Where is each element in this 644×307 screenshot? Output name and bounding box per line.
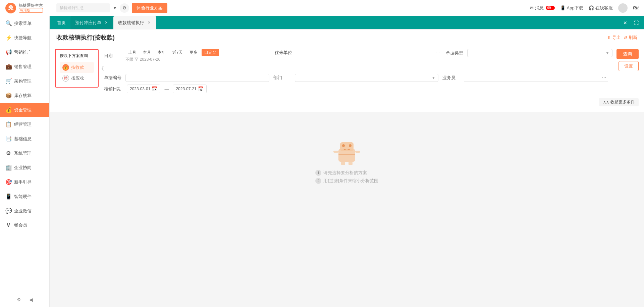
tab-prepay-close[interactable]: ✕ bbox=[103, 20, 109, 25]
sidebar-item-quick-nav[interactable]: ⚡ 快捷导航 bbox=[0, 31, 49, 45]
page-title: 收款核销执行(按收款) bbox=[56, 34, 115, 42]
basic-info-icon: 📑 bbox=[5, 136, 11, 142]
sidebar-item-funds[interactable]: 💰 资金管理 bbox=[0, 103, 49, 117]
counterparty-dots[interactable]: ··· bbox=[434, 49, 441, 55]
sidebar-item-hardware[interactable]: 📱 智能硬件 bbox=[0, 189, 49, 204]
tab-receipt-close[interactable]: ✕ bbox=[146, 20, 152, 25]
filter-cell-docno: 单据编号 bbox=[104, 74, 269, 82]
message-btn[interactable]: ✉ 消息 99+ bbox=[530, 5, 555, 11]
filter-collapse-arrow[interactable]: 《 bbox=[99, 65, 104, 72]
svg-rect-1 bbox=[340, 142, 354, 151]
operations-icon: 📋 bbox=[5, 121, 11, 127]
calendar-end-icon: 📅 bbox=[198, 86, 204, 92]
sidebar-bottom: ⚙ ◀ bbox=[0, 292, 49, 307]
calendar-start-icon: 📅 bbox=[152, 86, 157, 92]
purchase-icon: 🛒 bbox=[5, 78, 11, 84]
sidebar-item-system[interactable]: ⚙ 系统管理 bbox=[0, 146, 49, 160]
tab-bar-right: ✕ ⛶ bbox=[621, 19, 641, 27]
query-button[interactable]: 查询 bbox=[616, 49, 639, 59]
sidebar-item-marketing[interactable]: 📢 营销推广 bbox=[0, 45, 49, 59]
svg-rect-5 bbox=[355, 151, 360, 153]
filter-cell-doctype: 单据类型 ▼ bbox=[446, 49, 612, 57]
sidebar-item-sales[interactable]: 💼 销售管理 bbox=[0, 59, 49, 74]
tab-receipt[interactable]: 收款核销执行 ✕ bbox=[113, 16, 156, 30]
collapse-more-button[interactable]: ∧∧ 收起更多条件 bbox=[599, 98, 639, 106]
date-label: 日期 bbox=[104, 53, 123, 59]
counterparty-label: 往来单位 bbox=[275, 50, 293, 56]
inventory-icon: 📦 bbox=[5, 92, 11, 99]
tab-expand-btn[interactable]: ⛶ bbox=[631, 19, 641, 27]
writeoff-end-input[interactable]: 2023-07-21 📅 bbox=[173, 85, 206, 93]
tab-prepay[interactable]: 预付冲应付单 ✕ bbox=[70, 16, 113, 30]
app-name: 畅捷通好生意 bbox=[19, 3, 43, 8]
sidebar-item-member[interactable]: V 畅会员 bbox=[0, 218, 49, 232]
date-btn-custom[interactable]: 自定义 bbox=[202, 49, 219, 56]
writeoff-start-input[interactable]: 2023-03-01 📅 bbox=[127, 85, 160, 93]
docno-input[interactable] bbox=[125, 74, 269, 82]
filter-cell-salesperson: 业务员 ··· bbox=[442, 74, 608, 82]
sidebar-item-label: 智能硬件 bbox=[14, 194, 32, 200]
sidebar-settings-btn[interactable]: ⚙ bbox=[13, 295, 24, 304]
filter-actions: 查询 设置 bbox=[616, 49, 639, 71]
app-download-btn[interactable]: 📱 App下载 bbox=[560, 5, 583, 11]
industry-solution-button[interactable]: 体验行业方案 bbox=[132, 3, 167, 13]
member-icon: V bbox=[5, 222, 11, 228]
sidebar-item-enterprise[interactable]: 🏢 企业协同 bbox=[0, 160, 49, 175]
salesperson-label: 业务员 bbox=[442, 75, 461, 81]
tab-bar: 首页 预付冲应付单 ✕ 收款核销执行 ✕ ✕ ⛶ bbox=[50, 16, 644, 30]
svg-rect-4 bbox=[333, 151, 338, 153]
by-receivable-icon: ⏰ bbox=[62, 75, 69, 82]
top-header: 兔 畅捷通好生意 标准版 畅捷通好生意 ▼ ⚙ 体验行业方案 ✉ 消息 99+ … bbox=[0, 0, 644, 16]
online-service-label: 在线客服 bbox=[595, 5, 613, 11]
filter-settings-button[interactable]: 设置 bbox=[619, 61, 639, 71]
empty-step-1-text: 请先选择要分析的方案 bbox=[323, 170, 367, 176]
phone-icon: 📱 bbox=[560, 5, 566, 10]
export-button[interactable]: ⬆ 导出 bbox=[607, 35, 621, 41]
sidebar-item-label: 经营管理 bbox=[14, 121, 32, 127]
tab-close-all-btn[interactable]: ✕ bbox=[621, 19, 630, 27]
filter-cell-dept: 部门 ▼ bbox=[273, 74, 439, 82]
sidebar-collapse-btn[interactable]: ◀ bbox=[26, 295, 36, 304]
header-right: ✉ 消息 99+ 📱 App下载 🎧 在线客服 Rit bbox=[530, 3, 639, 13]
search-menu-icon: 🔍 bbox=[5, 20, 11, 27]
app-logo-icon: 兔 bbox=[5, 3, 16, 13]
online-service-btn[interactable]: 🎧 在线客服 bbox=[589, 5, 613, 11]
app-edition: 标准版 bbox=[19, 8, 43, 13]
funds-icon: 💰 bbox=[5, 107, 11, 113]
date-btn-7days[interactable]: 近7天 bbox=[170, 49, 185, 56]
date-btn-last-month[interactable]: 上月 bbox=[125, 49, 139, 56]
marketing-icon: 📢 bbox=[5, 49, 11, 55]
header-settings-btn[interactable]: ⚙ bbox=[120, 3, 129, 13]
sidebar-item-label: 系统管理 bbox=[14, 150, 32, 156]
salesperson-input[interactable] bbox=[464, 74, 600, 81]
sidebar-item-basic-info[interactable]: 📑 基础信息 bbox=[0, 132, 49, 146]
dept-label: 部门 bbox=[273, 75, 292, 81]
filter-by-receipt[interactable]: 💰 按收款 bbox=[60, 62, 94, 73]
counterparty-input[interactable] bbox=[296, 49, 434, 55]
date-btn-more[interactable]: 更多 bbox=[187, 49, 200, 56]
salesperson-dots[interactable]: ··· bbox=[601, 74, 608, 81]
page-header: 收款核销执行(按收款) ⬆ 导出 ↺ 刷新 bbox=[50, 30, 644, 45]
refresh-button[interactable]: ↺ 刷新 bbox=[624, 35, 637, 41]
sidebar-item-purchase[interactable]: 🛒 采购管理 bbox=[0, 74, 49, 88]
sidebar-item-label: 基础信息 bbox=[14, 136, 32, 142]
docno-label: 单据编号 bbox=[104, 75, 123, 81]
sidebar-item-label: 快捷导航 bbox=[14, 35, 32, 41]
date-btn-this-month[interactable]: 本月 bbox=[140, 49, 154, 56]
sidebar-item-wecom[interactable]: 💬 企业微信 bbox=[0, 204, 49, 218]
user-avatar[interactable] bbox=[618, 3, 628, 13]
by-receipt-label: 按收款 bbox=[71, 64, 84, 70]
tab-home[interactable]: 首页 bbox=[52, 16, 70, 30]
header-dropdown-btn[interactable]: ▼ bbox=[113, 5, 117, 10]
sidebar-item-guide[interactable]: 🎯 新手引导 bbox=[0, 175, 49, 189]
sidebar-item-inventory[interactable]: 📦 库存核算 bbox=[0, 88, 49, 103]
sidebar-item-search-menu[interactable]: 🔍 搜索菜单 bbox=[0, 16, 49, 31]
empty-steps: 1 请先选择要分析的方案 2 用[过滤]条件来缩小分析范围 bbox=[315, 170, 378, 184]
export-icon: ⬆ bbox=[607, 35, 611, 40]
sidebar-item-operations[interactable]: 📋 经营管理 bbox=[0, 117, 49, 132]
writeoff-start-value: 2023-03-01 bbox=[130, 87, 150, 91]
filter-by-receivable[interactable]: ⏰ 按应收 bbox=[60, 73, 94, 84]
svg-rect-7 bbox=[348, 162, 353, 165]
message-badge: 99+ bbox=[546, 6, 555, 10]
date-btn-this-year[interactable]: 本年 bbox=[155, 49, 168, 56]
